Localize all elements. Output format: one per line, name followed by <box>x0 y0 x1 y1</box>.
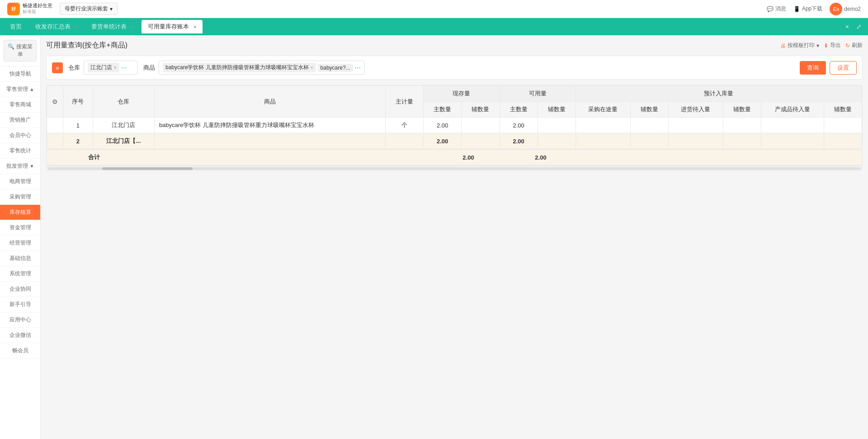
tab-order-close[interactable]: × <box>131 24 134 29</box>
th-incoming-aux: 辅数量 <box>723 102 761 118</box>
th-product-pending-header: 产成品待入量 <box>761 102 824 118</box>
sidebar-item-system[interactable]: 系统管理 <box>0 266 40 282</box>
product-tag-2: babycare?... <box>318 64 353 72</box>
tab-receipt[interactable]: 收发存汇总表 × <box>29 20 84 33</box>
message-icon: 💬 <box>767 6 774 12</box>
tab-inventory-close[interactable]: × <box>193 24 196 29</box>
sidebar-item-basic-info[interactable]: 基础信息 <box>0 251 40 266</box>
sidebar-item-enterprise-wechat[interactable]: 企业微信 <box>0 328 40 343</box>
nav-tabs: 首页 收发存汇总表 × 要货单统计表 × 可用量库存账本 × × ⤢ <box>0 18 868 35</box>
sidebar-item-inventory-check[interactable]: 库存核算 <box>0 205 40 220</box>
sidebar-item-purchase[interactable]: 采购管理 <box>0 189 40 205</box>
sidebar-item-ecommerce[interactable]: 电商管理 <box>0 174 40 189</box>
sidebar-item-retail-mall[interactable]: 零售商城 <box>0 97 40 113</box>
sidebar-new-guide-label: 新手引导 <box>9 301 31 307</box>
refresh-btn[interactable]: ↻ 刷新 <box>845 42 863 49</box>
user-area[interactable]: Ea demo2 <box>830 3 861 15</box>
nav-expand-btn[interactable]: ⤢ <box>854 22 864 31</box>
export-btn[interactable]: ⬇ 导出 <box>824 42 841 49</box>
td-incoming-aux-1 <box>723 118 761 133</box>
export-icon: ⬇ <box>824 42 828 49</box>
tab-inventory[interactable]: 可用量库存账本 × <box>142 20 203 33</box>
sidebar-item-finance[interactable]: 资金管理 <box>0 220 40 236</box>
td-product-1: babycare学饮杯 儿童防摔防撞吸管杯重力球吸嘴杯宝宝水杯 <box>154 118 385 133</box>
sidebar-quick-nav-label: 快捷导航 <box>9 71 31 77</box>
sidebar-item-retail-stats[interactable]: 零售统计 <box>0 143 40 159</box>
tab-receipt-close[interactable]: × <box>75 24 78 29</box>
product-filter-field: 商品 babycare学饮杯 儿童防摔防撞吸管杯重力球吸嘴杯宝宝水杯 × bab… <box>143 61 365 75</box>
sidebar-item-retail-mgmt[interactable]: 零售管理 ▲ <box>0 82 40 97</box>
download-label: App下载 <box>802 5 822 13</box>
tab-home-label: 首页 <box>10 23 22 31</box>
sidebar-item-quick-nav[interactable]: 快捷导航 <box>0 66 40 82</box>
sidebar-retail-stats-label: 零售统计 <box>9 147 31 154</box>
logo-text: 畅捷通好生意 <box>23 3 52 9</box>
sidebar-marketing-label: 营销推广 <box>9 117 31 123</box>
td-incoming-aux-2 <box>723 133 761 149</box>
td-warehouse-1: 江北门店 <box>93 118 154 133</box>
td-incoming-main-1 <box>668 118 723 133</box>
th-purchase-transit-aux: 辅数量 <box>630 102 668 118</box>
sidebar-item-app-center[interactable]: 应用中心 <box>0 312 40 328</box>
main-layout: 🔍 搜索菜单 快捷导航 零售管理 ▲ 零售商城 营销推广 会员中心 零售统计 批… <box>0 35 868 439</box>
td-no-2: 2 <box>63 133 93 149</box>
message-btn[interactable]: 💬 消息 <box>767 5 786 13</box>
warehouse-filter-input[interactable]: 江北门店 × ··· <box>84 61 138 75</box>
product-more-dots[interactable]: ··· <box>355 64 361 72</box>
content-area: 可用量查询(按仓库+商品) 🖨 按模板打印 ▾ ⬇ 导出 ↻ 刷新 » <box>41 35 868 439</box>
td-avail-main-1: 2.00 <box>500 118 538 133</box>
sidebar-item-new-guide[interactable]: 新手引导 <box>0 297 40 312</box>
warehouse-tag-close[interactable]: × <box>114 65 117 70</box>
print-icon: 🖨 <box>780 42 786 49</box>
print-btn[interactable]: 🖨 按模板打印 ▾ <box>780 42 819 49</box>
footer-total-label: 合计 <box>84 153 147 161</box>
warehouse-tag-text: 江北门店 <box>90 64 112 71</box>
th-forecast-in: 预计入库量 <box>576 86 862 102</box>
sidebar: 🔍 搜索菜单 快捷导航 零售管理 ▲ 零售商城 营销推广 会员中心 零售统计 批… <box>0 35 41 439</box>
logo-icon: 好 <box>7 3 20 15</box>
search-icon: 🔍 <box>8 43 14 50</box>
sidebar-enterprise-collab-label: 企业协同 <box>9 286 31 292</box>
sidebar-item-member[interactable]: 会员中心 <box>0 128 40 143</box>
settings-button[interactable]: 设置 <box>830 61 857 75</box>
nav-close-btn[interactable]: × <box>843 22 852 31</box>
tab-home[interactable]: 首页 <box>4 20 28 33</box>
filter-expand-btn[interactable]: » <box>52 62 63 73</box>
sidebar-item-enterprise-collab[interactable]: 企业协同 <box>0 282 40 297</box>
product-filter-input[interactable]: babycare学饮杯 儿童防摔防撞吸管杯重力球吸嘴杯宝宝水杯 × babyca… <box>159 61 365 75</box>
sidebar-item-ops[interactable]: 经营管理 <box>0 236 40 251</box>
export-label: 导出 <box>830 42 841 49</box>
td-current-aux-2 <box>462 133 500 149</box>
tab-order[interactable]: 要货单统计表 × <box>85 20 140 33</box>
table-row: 1 江北门店 babycare学饮杯 儿童防摔防撞吸管杯重力球吸嘴杯宝宝水杯 个… <box>47 118 862 133</box>
td-product-2 <box>154 133 385 149</box>
td-avail-aux-1 <box>538 118 576 133</box>
industry-selector[interactable]: 母婴行业演示账套 ▾ <box>60 3 118 15</box>
th-current-stock: 现存量 <box>424 86 500 102</box>
sidebar-item-wholesale-mgmt[interactable]: 批发管理 ▼ <box>0 159 40 174</box>
query-button[interactable]: 查询 <box>800 61 826 75</box>
scroll-bar-area <box>46 165 863 171</box>
th-purchase-transit-header: 采购在途量 <box>576 102 630 118</box>
sidebar-item-marketing[interactable]: 营销推广 <box>0 113 40 128</box>
scroll-bar-thumb[interactable] <box>102 167 193 170</box>
sidebar-item-vip[interactable]: 畅会员 <box>0 343 40 359</box>
th-avail-main-qty: 主数量 <box>500 102 538 118</box>
sidebar-system-label: 系统管理 <box>9 270 31 277</box>
td-product-aux-2 <box>824 133 862 149</box>
search-menu-btn[interactable]: 🔍 搜索菜单 <box>4 40 37 61</box>
logo-text-block: 畅捷通好生意 标准版 <box>23 3 52 15</box>
logo-area: 好 畅捷通好生意 标准版 <box>7 3 52 15</box>
sidebar-inventory-label: 库存核算 <box>9 209 31 215</box>
app-download-btn[interactable]: 📱 App下载 <box>793 5 822 13</box>
th-current-main-qty: 主数量 <box>424 102 462 118</box>
td-purchase-main-1 <box>576 118 630 133</box>
product-tag-1-close[interactable]: × <box>311 65 313 70</box>
page-header: 可用量查询(按仓库+商品) 🖨 按模板打印 ▾ ⬇ 导出 ↻ 刷新 <box>46 41 863 50</box>
top-bar-right: 💬 消息 📱 App下载 Ea demo2 <box>767 3 861 15</box>
td-purchase-main-2 <box>576 133 630 149</box>
sidebar-ops-label: 经营管理 <box>9 240 31 246</box>
tab-order-label: 要货单统计表 <box>91 23 127 31</box>
warehouse-more-dots[interactable]: ··· <box>121 64 127 72</box>
gear-icon[interactable]: ⚙ <box>52 98 58 105</box>
